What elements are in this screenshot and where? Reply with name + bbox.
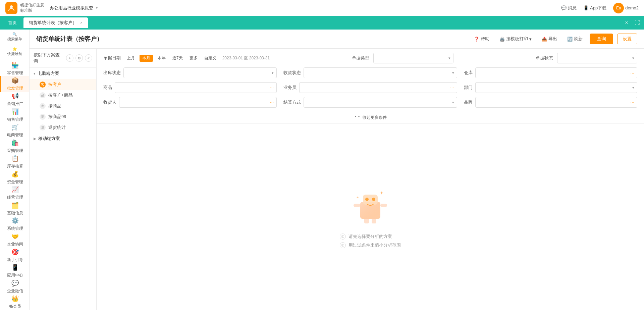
customer-scheme-icon: 客 xyxy=(40,82,46,88)
brand-label: 品牌 xyxy=(464,99,473,105)
logo-icon xyxy=(5,2,17,14)
scheme-mobile-group: ▶ 移动端方案 xyxy=(30,133,96,144)
sidebar-search[interactable]: 🔍 搜索菜单 xyxy=(0,30,29,44)
sidebar-divider xyxy=(3,60,26,60)
brand-ellipsis[interactable]: ··· xyxy=(630,100,634,105)
svg-point-4 xyxy=(372,198,375,201)
empty-illustration: ✦ ✦ xyxy=(350,185,390,225)
scheme-item-customer-goods[interactable]: 品 按客户+商品 xyxy=(30,90,96,101)
sidebar-item-sales[interactable]: 📊 销售管理 xyxy=(0,107,29,123)
goods-input[interactable]: ··· xyxy=(115,82,277,93)
main-layout: 🔍 搜索菜单 ⭐ 快捷导航 🏪 零售管理 📦 批发管理 📢 营销推广 📊 销售管… xyxy=(0,30,644,310)
payment-select[interactable]: ▾ xyxy=(304,97,457,108)
sidebar-item-purchase[interactable]: 🛍️ 采购管理 xyxy=(0,139,29,154)
tab-bar: 首页 销货单统计表（按客户） × × ⛶ xyxy=(0,16,644,30)
page-actions: ❓ 帮助 🖨️ 按模板打印 ▾ 📤 导出 🔄 刷新 xyxy=(471,34,637,44)
user-menu-btn[interactable]: Ea demo2 xyxy=(613,3,639,13)
date-current-month-btn[interactable]: 本月 xyxy=(140,55,153,62)
sidebar-item-inventory[interactable]: 📋 库存核算 xyxy=(0,154,29,170)
date-7days-btn[interactable]: 近7天 xyxy=(170,55,185,62)
print-btn[interactable]: 🖨️ 按模板打印 ▾ xyxy=(496,34,535,44)
warehouse-label: 仓库 xyxy=(464,70,473,76)
salesperson-input[interactable]: ··· xyxy=(299,82,457,93)
sidebar-item-ecommerce[interactable]: 🛒 电商管理 xyxy=(0,123,29,139)
date-label: 单据日期 xyxy=(103,55,121,61)
department-chevron: ▾ xyxy=(632,86,634,90)
svg-rect-5 xyxy=(354,204,360,207)
receiver-input[interactable]: ··· xyxy=(119,97,277,108)
sidebar-item-basic[interactable]: 🗂️ 基础信息 xyxy=(0,201,29,216)
sidebar-item-member[interactable]: 👑 畅会员 xyxy=(0,295,29,310)
finance-icon: 💰 xyxy=(11,170,19,178)
sidebar-item-system[interactable]: ⚙️ 系统管理 xyxy=(0,216,29,232)
collapse-more-btn[interactable]: ⌃⌃ 收起更多条件 xyxy=(97,112,644,123)
sidebar-item-finance[interactable]: 💰 资金管理 xyxy=(0,170,29,185)
scheme-desktop-group-title[interactable]: ▾ 电脑端方案 xyxy=(30,68,96,79)
scheme-add-btn[interactable]: + xyxy=(66,54,73,62)
empty-state: ✦ ✦ ① 请先选择要分析的方案 ② 用过滤条件来缩小分析范围 xyxy=(97,123,644,310)
sidebar-item-wholesale[interactable]: 📦 批发管理 xyxy=(0,76,29,92)
minimize-btn[interactable]: × xyxy=(623,19,631,27)
cooperation-icon: 🤝 xyxy=(11,233,19,240)
basic-icon: 🗂️ xyxy=(11,202,19,209)
sidebar-item-operation[interactable]: 📈 经营管理 xyxy=(0,185,29,201)
scheme-mobile-group-title[interactable]: ▶ 移动端方案 xyxy=(30,133,96,144)
scheme-item-by-customer[interactable]: 客 按客户 xyxy=(30,79,96,90)
tab-active[interactable]: 销货单统计表（按客户） × xyxy=(23,17,88,28)
tab-close-btn[interactable]: × xyxy=(80,20,83,25)
receipt-status-select[interactable]: ▾ xyxy=(304,67,457,78)
out-status-chevron: ▾ xyxy=(272,71,274,75)
brand-input[interactable]: ··· xyxy=(475,97,637,108)
scheme-settings-btn[interactable]: ⚙ xyxy=(75,54,83,62)
export-btn[interactable]: 📤 导出 xyxy=(539,34,560,44)
sidebar-item-marketing[interactable]: 📢 营销推广 xyxy=(0,92,29,107)
tab-home[interactable]: 首页 xyxy=(3,17,22,28)
message-btn[interactable]: 💬 消息 xyxy=(561,5,577,11)
scheme-item-return-stats[interactable]: 退 退货统计 xyxy=(30,122,96,133)
app-download-btn[interactable]: 📱 App下载 xyxy=(583,5,606,11)
purchase-icon: 🛍️ xyxy=(11,139,19,147)
svg-text:✦: ✦ xyxy=(356,196,359,199)
operation-icon: 📈 xyxy=(11,186,19,193)
sidebar-item-cooperation[interactable]: 🤝 企业协同 xyxy=(0,232,29,248)
scheme-collapse-btn[interactable]: « xyxy=(85,54,92,62)
date-prev-month-btn[interactable]: 上月 xyxy=(125,55,137,62)
query-btn[interactable]: 查询 xyxy=(590,34,613,44)
refresh-btn[interactable]: 🔄 刷新 xyxy=(564,34,586,44)
page-title: 销货单统计表（按客户） xyxy=(36,35,103,43)
scheme-desktop-group: ▾ 电脑端方案 客 按客户 品 按客户+商品 商 按商品 xyxy=(30,68,96,133)
sidebar-nav[interactable]: ⭐ 快捷导航 xyxy=(0,44,29,59)
doc-status-label: 单据状态 xyxy=(536,55,553,61)
goods-label: 商品 xyxy=(103,85,112,91)
doc-status-select[interactable]: ▾ xyxy=(557,53,637,63)
receiver-cell: 收货人 ··· xyxy=(103,97,277,108)
help-btn[interactable]: ❓ 帮助 xyxy=(471,34,492,44)
system-dropdown-icon[interactable]: ▾ xyxy=(96,6,98,10)
content-area: 销货单统计表（按客户） ❓ 帮助 🖨️ 按模板打印 ▾ 📤 导出 xyxy=(30,30,644,310)
date-current-year-btn[interactable]: 本年 xyxy=(156,55,168,62)
receipt-status-cell: 收款状态 ▾ xyxy=(283,67,457,78)
sidebar-item-appcenter[interactable]: 📱 应用中心 xyxy=(0,263,29,279)
scheme-item-by-goods99[interactable]: 商 按商品99 xyxy=(30,111,96,122)
sidebar-item-retail[interactable]: 🏪 零售管理 xyxy=(0,61,29,76)
out-status-select[interactable]: ▾ xyxy=(123,67,277,78)
filter-content-panel: 单据日期 上月 本月 本年 近7天 更多 自定义 2023-03-01 至 20… xyxy=(97,49,644,310)
date-custom-btn[interactable]: 自定义 xyxy=(202,55,218,62)
sidebar-item-newguide[interactable]: 🎯 新手引导 xyxy=(0,248,29,263)
warehouse-input[interactable]: ··· xyxy=(475,67,637,78)
scheme-item-by-goods[interactable]: 商 按商品 xyxy=(30,101,96,111)
settings-btn[interactable]: 设置 xyxy=(617,34,637,44)
filter-panel: 单据日期 上月 本月 本年 近7天 更多 自定义 2023-03-01 至 20… xyxy=(97,49,644,112)
doc-type-select[interactable]: ▾ xyxy=(373,53,453,63)
help-icon: ❓ xyxy=(474,37,479,42)
goods-ellipsis[interactable]: ··· xyxy=(270,85,274,90)
salesperson-ellipsis[interactable]: ··· xyxy=(450,85,454,90)
receiver-ellipsis[interactable]: ··· xyxy=(270,100,274,105)
date-more-btn[interactable]: 更多 xyxy=(187,55,200,62)
maximize-btn[interactable]: ⛶ xyxy=(633,19,641,27)
brand-cell: 品牌 ··· xyxy=(464,97,637,108)
sidebar-item-corpwechat[interactable]: 💬 企业微信 xyxy=(0,279,29,294)
svg-text:✦: ✦ xyxy=(380,190,384,196)
warehouse-ellipsis[interactable]: ··· xyxy=(630,70,634,75)
department-select[interactable]: ▾ xyxy=(475,82,637,93)
